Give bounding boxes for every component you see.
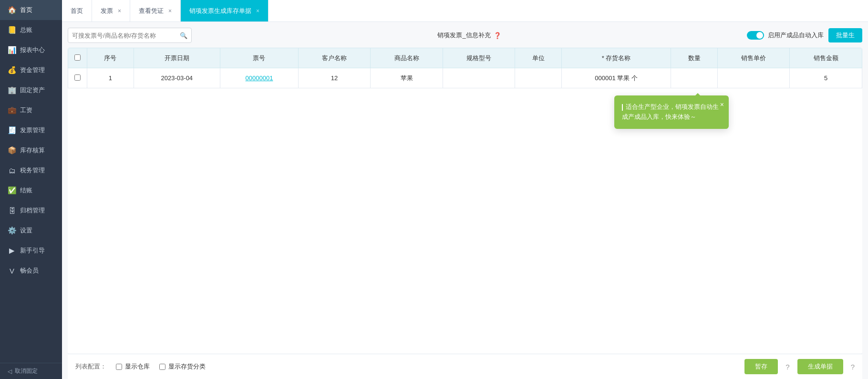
sidebar-item-report-center[interactable]: 📊 报表中心 <box>0 40 62 60</box>
td-inventory-name: 000001 苹果 个 <box>561 68 671 88</box>
th-quantity: 数量 <box>671 48 718 68</box>
ledger-icon: 📒 <box>8 26 16 34</box>
show-warehouse-checkbox-label[interactable]: 显示仓库 <box>116 362 150 371</box>
bottom-actions: 暂存 ? 生成单据 ? <box>744 359 855 374</box>
sidebar-item-fund-management[interactable]: 💰 资金管理 <box>0 60 62 80</box>
sidebar-item-fixed-assets[interactable]: 🏢 固定资产 <box>0 80 62 100</box>
sidebar-item-member[interactable]: V 畅会员 <box>0 261 62 281</box>
sidebar-item-general-ledger[interactable]: 📒 总账 <box>0 20 62 40</box>
select-all-checkbox[interactable] <box>74 54 81 61</box>
th-checkbox <box>68 48 87 68</box>
generate-help-icon[interactable]: ? <box>851 363 855 371</box>
tooltip-cursor <box>622 104 623 111</box>
td-product-name: 苹果 <box>371 68 443 88</box>
th-spec-model: 规格型号 <box>443 48 515 68</box>
td-customer-name: 12 <box>298 68 371 88</box>
auto-warehouse-toggle[interactable] <box>747 31 764 40</box>
td-sales-amount: 5 <box>790 68 862 88</box>
pin-icon: ◁ <box>8 368 12 375</box>
show-warehouse-checkbox[interactable] <box>116 364 122 370</box>
th-unit-price: 销售单价 <box>717 48 790 68</box>
th-open-date: 开票日期 <box>134 48 220 68</box>
sidebar-item-settings[interactable]: ⚙️ 设置 <box>0 221 62 241</box>
settings-icon: ⚙️ <box>8 226 16 235</box>
tab-cancel-invoice[interactable]: 销项发票生成库存单据 × <box>181 0 269 21</box>
td-ticket-no: 00000001 <box>220 68 299 88</box>
tab-view-voucher[interactable]: 查看凭证 × <box>130 0 181 21</box>
th-ticket-no: 票号 <box>220 48 299 68</box>
sidebar-item-beginner-guide[interactable]: ▶ 新手引导 <box>0 241 62 261</box>
guide-icon: ▶ <box>8 246 16 255</box>
search-box[interactable]: 🔍 <box>68 28 192 43</box>
info-label: 销项发票_信息补充 ❓ <box>196 31 742 40</box>
report-icon: 📊 <box>8 46 16 54</box>
td-seq: 1 <box>87 68 134 88</box>
sidebar-item-wages[interactable]: 💼 工资 <box>0 100 62 120</box>
th-inventory-name: * 存货名称 <box>561 48 671 68</box>
checkout-icon: ✅ <box>8 186 16 195</box>
wages-icon: 💼 <box>8 106 16 115</box>
toggle-area: 启用产成品自动入库 <box>747 31 824 40</box>
search-icon: 🔍 <box>180 32 187 39</box>
show-inventory-category-checkbox[interactable] <box>159 364 165 370</box>
show-inventory-category-checkbox-label[interactable]: 显示存货分类 <box>159 362 206 371</box>
table-row: 1 2023-03-04 00000001 12 苹果 000001 苹果 个 … <box>68 68 862 88</box>
tab-invoice-close-icon[interactable]: × <box>118 8 121 14</box>
inventory-icon: 📦 <box>8 146 16 155</box>
content-area: 🔍 销项发票_信息补充 ❓ 启用产成品自动入库 批量生 序 <box>62 22 868 379</box>
th-unit: 单位 <box>515 48 562 68</box>
td-open-date: 2023-03-04 <box>134 68 220 88</box>
archive-icon: 🗄 <box>8 207 16 215</box>
invoice-icon: 🧾 <box>8 126 16 135</box>
sidebar: 🏠 首页 📒 总账 📊 报表中心 💰 资金管理 🏢 固定资产 💼 工资 🧾 发票… <box>0 0 62 379</box>
tooltip-close-button[interactable]: × <box>720 99 724 110</box>
bottom-bar: 列表配置： 显示仓库 显示存货分类 暂存 ? 生成单据 ? <box>68 354 862 379</box>
td-checkbox <box>68 68 87 88</box>
row-checkbox[interactable] <box>74 74 81 81</box>
th-seq: 序号 <box>87 48 134 68</box>
save-help-icon[interactable]: ? <box>785 363 789 371</box>
member-icon: V <box>8 267 16 275</box>
tab-invoice[interactable]: 发票 × <box>92 0 130 21</box>
ticket-no-link[interactable]: 00000001 <box>246 74 273 82</box>
sidebar-item-tax-management[interactable]: 🗂 税务管理 <box>0 160 62 180</box>
tab-bar: 首页 发票 × 查看凭证 × 销项发票生成库存单据 × <box>62 0 868 22</box>
sidebar-item-archive-management[interactable]: 🗄 归档管理 <box>0 200 62 221</box>
th-product-name: 商品名称 <box>371 48 443 68</box>
td-spec-model <box>443 68 515 88</box>
sidebar-item-home[interactable]: 🏠 首页 <box>0 0 62 20</box>
home-icon: 🏠 <box>8 6 16 14</box>
td-quantity <box>671 68 718 88</box>
toolbar-row: 🔍 销项发票_信息补充 ❓ 启用产成品自动入库 批量生 <box>68 28 862 43</box>
tab-cancel-invoice-close-icon[interactable]: × <box>256 8 259 14</box>
sidebar-item-checkout[interactable]: ✅ 结账 <box>0 180 62 200</box>
tooltip-popup: 适合生产型企业，销项发票自动生成产成品入库，快来体验～ × <box>614 95 729 129</box>
info-help-icon[interactable]: ❓ <box>494 32 501 39</box>
sidebar-item-inventory[interactable]: 📦 库存核算 <box>0 140 62 160</box>
th-customer-name: 客户名称 <box>298 48 371 68</box>
data-table: 序号 开票日期 票号 客户名称 商品名称 规格型号 单位 * 存货名称 数量 销… <box>68 48 862 88</box>
tax-icon: 🗂 <box>8 167 16 175</box>
sidebar-item-invoice-management[interactable]: 🧾 发票管理 <box>0 120 62 140</box>
td-unit-price <box>717 68 790 88</box>
assets-icon: 🏢 <box>8 86 16 95</box>
save-button[interactable]: 暂存 <box>744 359 778 374</box>
tab-view-voucher-close-icon[interactable]: × <box>168 8 172 14</box>
fund-icon: 💰 <box>8 66 16 74</box>
search-input[interactable] <box>72 32 177 39</box>
tab-home[interactable]: 首页 <box>62 0 92 21</box>
main-area: 首页 发票 × 查看凭证 × 销项发票生成库存单据 × 🔍 销项发票_信息补充 … <box>62 0 868 379</box>
sidebar-bottom-unpin[interactable]: ◁ 取消固定 <box>0 363 62 379</box>
generate-button[interactable]: 生成单据 <box>797 359 843 374</box>
batch-generate-button[interactable]: 批量生 <box>828 28 862 42</box>
th-sales-amount: 销售金额 <box>790 48 862 68</box>
table-header-row: 序号 开票日期 票号 客户名称 商品名称 规格型号 单位 * 存货名称 数量 销… <box>68 48 862 68</box>
td-unit <box>515 68 562 88</box>
table-wrapper: 序号 开票日期 票号 客户名称 商品名称 规格型号 单位 * 存货名称 数量 销… <box>68 48 862 354</box>
list-config-label: 列表配置： <box>75 362 106 371</box>
